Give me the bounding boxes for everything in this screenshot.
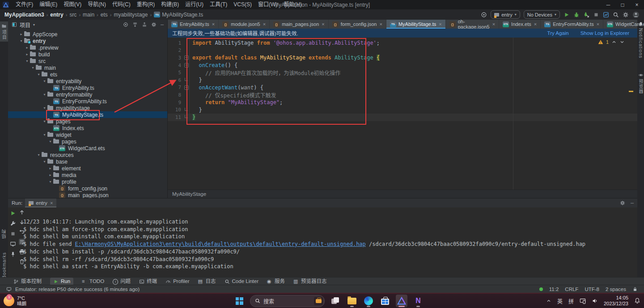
fold-marker-icon[interactable] <box>184 85 189 90</box>
tree-toggle-icon[interactable]: ▾ <box>42 160 47 164</box>
menu-item-5[interactable]: 重构(R) <box>134 1 158 8</box>
run-button[interactable] <box>564 12 570 18</box>
debug-button[interactable] <box>573 12 580 18</box>
fold-marker-icon[interactable] <box>184 55 189 60</box>
tree-toggle-icon[interactable]: ▸ <box>47 173 53 177</box>
toolwindow-button-Code Linter[interactable]: Code Linter <box>225 278 258 285</box>
tree-item-media[interactable]: ▸media <box>8 172 167 178</box>
run-config-dropdown[interactable]: entry ▾ <box>491 10 520 19</box>
tree-toggle-icon[interactable]: ▾ <box>47 139 53 143</box>
toolwindow-button-TODO[interactable]: ≡TODO <box>82 278 104 285</box>
tree-item-entryformability[interactable]: ▾entryformability <box>8 91 167 98</box>
line-separator[interactable]: CRLF <box>565 287 578 292</box>
tree-item-main_pages.json[interactable]: {}main_pages.json <box>8 192 167 198</box>
close-icon[interactable]: × <box>597 21 599 27</box>
tree-toggle-icon[interactable]: ▾ <box>42 133 47 137</box>
task-view-button[interactable] <box>330 295 341 307</box>
tree-item-entryability[interactable]: ▾entryability <box>8 78 167 84</box>
close-icon[interactable]: × <box>439 21 441 27</box>
run-console-output[interactable]: 12/23 10:41:17: Launching com.example.my… <box>23 207 637 278</box>
chevron-down-icon[interactable]: ▾ <box>33 23 35 27</box>
prev-issue-chevron-icon[interactable] <box>611 39 617 45</box>
tree-toggle-icon[interactable]: ▾ <box>18 39 24 43</box>
editor-tab-WidgetCard.ets[interactable]: ETSWidgetCard.ets× <box>603 20 644 29</box>
editor-area[interactable]: TSEntryAbility.ts×{}module.json5×{}main_… <box>168 20 637 198</box>
menu-item-7[interactable]: 运行(U) <box>182 1 207 8</box>
tree-toggle-icon[interactable]: ▾ <box>42 119 47 123</box>
hide-run-panel-icon[interactable]: ─ <box>631 201 634 206</box>
editor-tab-module.json5[interactable]: {}module.json5× <box>219 20 270 29</box>
close-icon[interactable]: × <box>322 21 324 27</box>
toolwindow-button-终端[interactable]: 终端 <box>139 278 157 285</box>
close-icon[interactable]: × <box>50 200 53 206</box>
try-again-link[interactable]: Try Again <box>547 30 569 36</box>
fold-marker-icon[interactable] <box>184 63 189 68</box>
menu-item-3[interactable]: 导航(N) <box>85 1 109 8</box>
tree-item-build[interactable]: ▸build <box>8 51 167 58</box>
tree-item-pages[interactable]: ▾pages <box>8 138 167 145</box>
tree-toggle-icon[interactable]: ▸ <box>24 52 30 56</box>
toolwindow-button-日志[interactable]: ▤日志 <box>198 278 216 285</box>
tree-item-widget[interactable]: ▾widget <box>8 131 167 138</box>
breadcrumb-item[interactable]: ets <box>101 12 108 18</box>
tree-item-WidgetCard.ets[interactable]: ETSWidgetCard.ets <box>8 145 167 152</box>
editor-tab-EntryAbility.ts[interactable]: TSEntryAbility.ts× <box>168 20 219 29</box>
toolwindow-button-预览器日志[interactable]: ▥预览器日志 <box>293 278 327 285</box>
weather-widget[interactable]: 1 7°C 晴朗 <box>0 295 26 306</box>
menu-item-0[interactable]: 文件(F) <box>13 1 36 8</box>
purple-app-button[interactable]: N <box>412 295 424 307</box>
edge-browser-button[interactable] <box>363 295 374 307</box>
tree-toggle-icon[interactable]: ▾ <box>24 59 30 63</box>
breadcrumb-item[interactable]: MyApplication3 <box>4 12 44 18</box>
editor-tab-MyAbilityStage.ts[interactable]: TSMyAbilityStage.ts× <box>386 20 446 29</box>
structure-tool-tab[interactable]: 结构 <box>1 227 8 240</box>
tree-item-element[interactable]: ▸element <box>8 165 167 172</box>
close-icon[interactable]: × <box>379 21 382 27</box>
target-icon[interactable] <box>481 12 487 18</box>
ime-pinyin-indicator[interactable]: 拼 <box>568 297 574 305</box>
panel-settings-gear-icon[interactable] <box>151 22 157 27</box>
pin-icon[interactable] <box>10 251 16 257</box>
editor-breadcrumb[interactable]: MyAbilityStage <box>168 190 637 198</box>
briefcase-icon[interactable] <box>314 297 323 305</box>
breadcrumb-item[interactable]: main <box>83 12 94 18</box>
notification-bell-icon[interactable] <box>634 298 640 304</box>
previewer-tool-tab[interactable]: 预览器 <box>637 72 644 94</box>
tree-toggle-icon[interactable]: ▾ <box>30 66 36 70</box>
taskbar-clock[interactable]: 14:05 2023/12/23 <box>604 295 628 307</box>
project-tool-tab[interactable]: 项目 <box>0 21 8 42</box>
microsoft-store-button[interactable] <box>379 295 391 307</box>
ime-english-indicator[interactable]: 英 <box>557 297 563 305</box>
run-settings-gear-icon[interactable] <box>620 200 625 206</box>
tree-item-.preview[interactable]: ▸.preview <box>8 44 167 51</box>
tree-item-MyAbilityStage.ts[interactable]: TSMyAbilityStage.ts <box>8 111 167 118</box>
tree-toggle-icon[interactable]: ▾ <box>36 153 42 157</box>
start-button[interactable] <box>233 295 245 307</box>
menu-item-4[interactable]: 代码(C) <box>109 1 134 8</box>
show-log-link[interactable]: Show Log in Explorer <box>580 30 629 36</box>
breadcrumb-item[interactable]: src <box>69 12 76 18</box>
stop-process-button[interactable] <box>10 231 16 237</box>
code-editor[interactable]: 1import AbilityStage from '@ohos.app.abi… <box>168 38 637 190</box>
minimize-button[interactable]: ─ <box>601 0 615 9</box>
tree-item-resources[interactable]: ▾resources <box>8 152 167 158</box>
close-icon[interactable]: × <box>263 21 266 27</box>
hidden-icons-chevron[interactable] <box>546 298 551 304</box>
tree-item-base[interactable]: ▾base <box>8 158 167 165</box>
project-view-label[interactable]: 项目 <box>20 21 30 29</box>
toolwindow-button-问题[interactable]: !问题 <box>113 278 131 285</box>
run-tab-entry[interactable]: entry × <box>25 198 56 207</box>
search-everywhere-icon[interactable] <box>613 12 619 18</box>
close-icon[interactable]: × <box>534 21 537 27</box>
rerun-button[interactable] <box>10 210 16 216</box>
tree-toggle-icon[interactable]: ▸ <box>24 46 30 50</box>
file-path-link[interactable]: E:\HarmonyOS\MyApplication3\entry\build\… <box>75 241 366 247</box>
breadcrumb-item[interactable]: TSMyAbilityStage.ts <box>154 12 203 18</box>
device-dropdown[interactable]: No Devices ▾ <box>524 10 560 19</box>
tree-item-form_config.json[interactable]: {}form_config.json <box>8 185 167 192</box>
editor-tab-form_config.json[interactable]: {}form_config.json× <box>329 20 386 29</box>
collapse-all-icon[interactable] <box>142 22 147 27</box>
next-issue-chevron-icon[interactable] <box>619 39 625 45</box>
toolwindow-button-服务[interactable]: ◉服务 <box>267 278 285 285</box>
tree-item-EntryAbility.ts[interactable]: TSEntryAbility.ts <box>8 84 167 91</box>
